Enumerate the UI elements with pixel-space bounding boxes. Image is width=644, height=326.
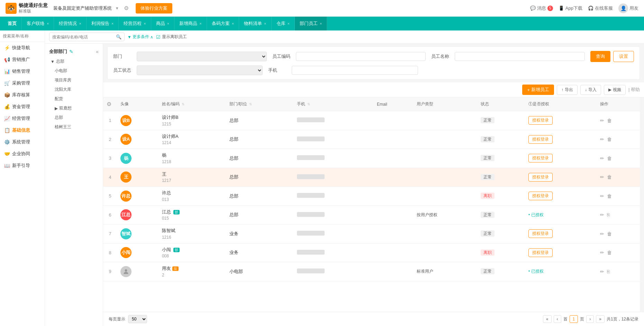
dept-item-headquarters[interactable]: 总部: [45, 113, 103, 122]
sidebar-search-input[interactable]: [3, 34, 45, 38]
settings-icon[interactable]: ⚙: [124, 5, 129, 11]
sidebar-item-base[interactable]: 📋基础信息: [0, 124, 45, 136]
edit-icon[interactable]: ✏: [600, 212, 604, 218]
delete-icon[interactable]: 🗑: [607, 250, 612, 255]
tab-department-staff[interactable]: 部门员工 ×: [295, 17, 327, 30]
employee-code-input[interactable]: [296, 52, 426, 61]
dept-item-project-warehouse[interactable]: 项目库房: [45, 76, 103, 85]
system-title-dropdown-icon[interactable]: ▾: [116, 6, 118, 11]
edit-icon[interactable]: ✏: [600, 250, 604, 255]
set-button[interactable]: 设置: [613, 51, 634, 62]
auth-button[interactable]: 授权登录: [528, 173, 553, 182]
copy-icon[interactable]: ⎘: [607, 212, 610, 218]
more-conditions-button[interactable]: ▼ 更多条件 ∧: [127, 34, 153, 40]
auth-button[interactable]: 授权登录: [528, 116, 553, 125]
sidebar-item-sales[interactable]: 📊销售管理: [0, 65, 45, 77]
sidebar-item-system[interactable]: ⚙️系统管理: [0, 136, 45, 148]
tab-bom[interactable]: 物料清单 ×: [239, 17, 271, 30]
current-page[interactable]: 1: [570, 315, 578, 323]
table-wrapper[interactable]: ⚙ 头像 姓名/编码 ⇅ 部门/职位 ⇅ 手机 ⇅ Email 用户类型 状态 …: [103, 97, 640, 312]
dept-item-xiaodibu[interactable]: 小电部: [45, 66, 103, 76]
show-resigned-toggle[interactable]: ☑ 显示离职员工: [156, 34, 187, 40]
dept-item-root[interactable]: ▼ 总部: [45, 57, 103, 66]
close-icon[interactable]: ×: [199, 21, 201, 26]
close-icon[interactable]: ×: [144, 21, 146, 26]
col-settings[interactable]: ⚙: [103, 97, 117, 111]
sidebar-item-stock[interactable]: 📦库存核算: [0, 89, 45, 101]
tab-operation-status[interactable]: 经营情况 ×: [54, 17, 86, 30]
tab-home[interactable]: 首页: [3, 17, 22, 30]
auth-button[interactable]: 授权登录: [528, 154, 553, 162]
auth-button[interactable]: 授权登录: [528, 229, 553, 238]
add-employee-button[interactable]: + 新增员工: [522, 85, 554, 95]
sidebar-item-quick-nav[interactable]: ⚡快捷导航: [0, 42, 45, 54]
dept-item-distribution[interactable]: 配货: [45, 94, 103, 104]
phone-input[interactable]: [292, 66, 418, 75]
auth-button[interactable]: 授权登录: [528, 192, 553, 200]
prev-page-button[interactable]: ‹: [554, 315, 561, 323]
tab-warehouse[interactable]: 仓库 ×: [272, 17, 295, 30]
close-icon[interactable]: ×: [167, 21, 169, 26]
dept-edit-icon[interactable]: ✎: [69, 49, 73, 54]
close-icon[interactable]: ×: [47, 21, 49, 26]
message-button[interactable]: 💬 消息 5: [530, 5, 553, 11]
auth-button[interactable]: 授权登录: [528, 248, 553, 257]
dept-item-shenyang[interactable]: 沈阳大库: [45, 85, 103, 94]
query-button[interactable]: 查询: [590, 51, 610, 62]
sidebar-item-corp[interactable]: 🤝企业协同: [0, 148, 45, 160]
video-button[interactable]: ▶ 视频: [604, 85, 626, 95]
first-page-button[interactable]: «: [543, 315, 552, 323]
app-download-button[interactable]: 📱 App下载: [559, 5, 582, 11]
tab-history[interactable]: 经营历程 ×: [119, 17, 151, 30]
delete-icon[interactable]: 🗑: [607, 174, 612, 180]
edit-icon[interactable]: ✏: [600, 136, 604, 142]
sidebar-item-marketing[interactable]: 📢营销推广: [0, 54, 45, 65]
copy-icon[interactable]: ⎘: [607, 269, 610, 274]
dept-item-zhishu[interactable]: 植树王三: [45, 122, 103, 132]
sidebar-item-purchase[interactable]: 🛒采购管理: [0, 77, 45, 89]
next-page-button[interactable]: ›: [586, 315, 594, 323]
last-page-button[interactable]: »: [596, 315, 605, 323]
close-icon[interactable]: ×: [232, 21, 234, 26]
help-button[interactable]: | 帮助: [628, 87, 640, 93]
edit-icon[interactable]: ✏: [600, 193, 604, 199]
dept-collapse-icon[interactable]: «: [96, 49, 99, 54]
import-button[interactable]: ↓ 导入: [580, 85, 601, 95]
auth-button[interactable]: 授权登录: [528, 135, 553, 144]
sidebar-item-guide[interactable]: 📖新手引导: [0, 160, 45, 171]
edit-icon[interactable]: ✏: [600, 174, 604, 180]
close-icon[interactable]: ×: [288, 21, 290, 26]
sidebar-item-operation[interactable]: 📈经营管理: [0, 113, 45, 124]
tab-profit[interactable]: 利润报告 ×: [87, 17, 119, 30]
delete-icon[interactable]: 🗑: [607, 136, 612, 142]
employee-name-input[interactable]: [455, 52, 585, 61]
settings-icon[interactable]: ⚙: [107, 101, 111, 107]
page-size-select[interactable]: 50 100: [128, 315, 147, 323]
col-name-code[interactable]: 姓名/编码 ⇅: [158, 97, 226, 111]
edit-icon[interactable]: ✏: [600, 269, 604, 274]
close-icon[interactable]: ×: [264, 21, 266, 26]
close-icon[interactable]: ×: [111, 21, 114, 26]
tab-customer[interactable]: 客户联络 ×: [22, 17, 54, 30]
edit-icon[interactable]: ✏: [600, 231, 604, 237]
tab-goods[interactable]: 商品 ×: [151, 17, 174, 30]
dept-item-shuangluxiang[interactable]: ▶ 双鹿想: [45, 104, 103, 113]
close-icon[interactable]: ×: [320, 21, 322, 26]
status-select[interactable]: [137, 65, 263, 75]
delete-icon[interactable]: 🗑: [607, 118, 612, 123]
tab-add-goods[interactable]: 新增商品 ×: [174, 17, 207, 30]
trial-button[interactable]: 体验行业方案: [136, 3, 172, 14]
tab-barcode[interactable]: 条码方案 ×: [207, 17, 239, 30]
col-phone[interactable]: 手机 ⇅: [293, 97, 373, 111]
sidebar-item-fund[interactable]: 💰资金管理: [0, 101, 45, 113]
user-menu[interactable]: 👤 用友: [618, 3, 638, 13]
online-service-button[interactable]: 🎧 在线客服: [588, 5, 613, 11]
delete-icon[interactable]: 🗑: [607, 231, 612, 237]
export-button[interactable]: ↑ 导出: [557, 85, 578, 95]
edit-icon[interactable]: ✏: [600, 156, 604, 161]
search-input[interactable]: [52, 35, 115, 39]
delete-icon[interactable]: 🗑: [607, 156, 612, 161]
dept-select[interactable]: [137, 52, 267, 61]
delete-icon[interactable]: 🗑: [607, 193, 612, 199]
close-icon[interactable]: ×: [79, 21, 81, 26]
